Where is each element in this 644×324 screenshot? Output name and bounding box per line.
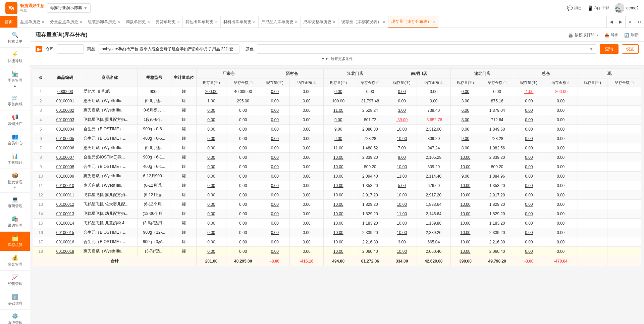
row-code[interactable]: 00100012 [48,200,82,209]
tab-11[interactable]: 现存量（库存分布表） ✕ [388,16,438,28]
ecommerce-icon: 💻 [12,196,18,202]
sidebar-item-system[interactable]: ⚙️ 系统管理 [0,310,30,324]
row-code[interactable]: 0000003 [48,87,82,96]
row-code[interactable]: 00100008 [48,162,82,172]
cell: 2,339.20 [353,153,387,162]
row-code[interactable]: 00100006 [48,143,82,153]
color-select[interactable]: ▼ [257,44,596,54]
purchase-icon: 🛍️ [12,216,18,222]
expand-row[interactable]: ▼▼ 展开更多条件 [36,55,639,63]
table-row: 10 00100009 惠氏启赋（Wyeth illu... 6-12月900.… [33,172,641,181]
cell: 10.00 [450,153,480,162]
tab-9[interactable]: 成本调整单历史 ✕ [301,16,338,28]
cell: 0.00 [544,96,578,106]
row-code[interactable]: 00100002 [48,106,82,115]
message-btn[interactable]: 💬 消息 [567,5,582,11]
tab-3[interactable]: 组装拆卸单历史 ✕ [85,16,123,28]
tab-6[interactable]: 其他出库单历史 ✕ [183,16,221,28]
col-gear[interactable]: ⚙ [33,69,48,87]
row-code[interactable]: 00100005 [48,134,82,143]
row-num: 14 [33,209,48,219]
tab-6-close[interactable]: ✕ [215,20,218,24]
cell: -3,652.76 [417,115,450,125]
tab-7[interactable]: 材料出库单历史 ✕ [221,16,259,28]
sidebar-item-ops[interactable]: 📈 经营管理 [0,271,30,290]
cell: 10.00 [450,247,480,256]
sidebar-item-finance[interactable]: 💰 资金管理 [0,251,30,271]
tab-prev-arrow[interactable]: ◀ [606,16,616,28]
row-code[interactable]: 00100004 [48,125,82,134]
cell: 0.00 [544,247,578,256]
row-code[interactable]: 00100010 [48,181,82,190]
tab-5[interactable]: 要货单历史 ✕ [153,16,183,28]
tab-4[interactable]: 调拨单历史 ✕ [123,16,153,28]
tab-2[interactable]: 分量盘点单历史 ✕ [47,16,85,28]
refresh-btn[interactable]: 🔄 刷新 [624,32,639,38]
user-area[interactable]: demo2 [615,3,639,13]
tab-10[interactable]: 现存量（库存状况表） ✕ [338,16,388,28]
sidebar-item-wholesale[interactable]: 📦 批发管理 ▼ [0,169,30,193]
row-code[interactable]: 00100007 [48,153,82,162]
tab-10-close[interactable]: ✕ [383,20,385,24]
warehouse-select[interactable]: ··· [57,44,84,54]
tab-1[interactable]: 盘点单历史 ✕ [17,16,47,28]
row-code[interactable]: 00100013 [48,209,82,219]
sidebar-item-basic[interactable]: ℹ️ 基础信息 [0,290,30,310]
print-btn[interactable]: 🖨️ 按模版打印 ▼ [568,32,599,38]
sidebar-item-member[interactable]: 👥 会员中心 [0,130,30,149]
export-btn[interactable]: 📤 导出 [604,32,619,38]
cell: 0.00 [226,162,260,172]
row-code[interactable]: 00100001 [48,96,82,106]
row-code[interactable]: 00100018 [48,247,82,256]
tab-11-close[interactable]: ✕ [433,20,435,24]
sidebar-item-retail[interactable]: 🏪 零售管理 ▲ [0,67,30,91]
row-code[interactable]: 00100009 [48,172,82,181]
row-code[interactable]: 00100016 [48,237,82,247]
sidebar-item-marketing[interactable]: 📢 营销推广 [0,110,30,130]
tab-9-close[interactable]: ✕ [333,20,335,24]
wholesale-icon: 📦 [12,172,18,179]
tab-3-label: 组装拆卸单历史 [88,19,116,25]
sidebar-item-search[interactable]: 🔍 搜索英单 [0,28,30,48]
row-code[interactable]: 00100014 [48,219,82,228]
sidebar-item-stat[interactable]: 📊 零售统计 [0,149,30,169]
summary-yubeiCurr: 390.00 [450,256,480,266]
tab-next-arrow[interactable]: ▶ [616,16,625,28]
cell: 0.00 [260,134,289,143]
tab-2-close[interactable]: ✕ [79,20,82,24]
tab-7-close[interactable]: ✕ [253,20,256,24]
orange-collapse-arrow[interactable]: ▶ [36,46,42,52]
tab-close-all[interactable]: ✕ [625,16,635,28]
setting-button[interactable]: 设置 [622,44,639,54]
tab-4-close[interactable]: ✕ [147,20,150,24]
tab-1-close[interactable]: ✕ [42,20,44,24]
row-code[interactable]: 00100011 [48,190,82,200]
cell: 0.00 [197,181,226,190]
query-button[interactable]: 查询 [600,44,619,54]
cell: 0.00 [226,228,260,237]
tab-3-close[interactable]: ✕ [117,20,120,24]
row-name: 飞鹤星飞帆 较大婴儿配... [82,200,137,209]
cell: 809.20 [480,162,514,172]
sidebar-item-inventory[interactable]: 🗂️ 库存核算 [0,232,30,251]
row-code[interactable]: 00100015 [48,228,82,237]
row-code[interactable]: 00100003 [48,115,82,125]
tab-expand[interactable]: ⊡ [635,16,644,28]
sidebar-item-ecommerce[interactable]: 💻 电商管理 [0,193,30,212]
row-name: 合生元（BIOSTIME）... [82,134,137,143]
tab-8-close[interactable]: ✕ [295,20,298,24]
sidebar-item-mall[interactable]: 🛒 零售商城 [0,91,30,110]
table-row: 16 00100015 合生元（BIOSTIME）... 900g（12-...… [33,228,641,237]
tab-8[interactable]: 产成品入库单历史 ✕ [259,16,301,28]
cell-extra1 [578,219,607,228]
cell: 0.00 [260,87,289,96]
sidebar-item-purchase[interactable]: 🛍️ 采购管理 [0,212,30,232]
app-download-btn[interactable]: 📱 App下载 [587,5,609,11]
logo-svg [7,4,15,12]
table-row: 1 0000003 爱他美 桌草3段 900g 罐 200.00 40,000.… [33,87,641,96]
tab-5-close[interactable]: ✕ [177,20,180,24]
logo-area: 畅捷通好生意 标版 母婴行业演示陈套 ▼ [5,2,91,14]
tab-home[interactable]: 首页 [0,16,17,28]
sidebar-item-nav[interactable]: ⚡ 快捷导航 [0,48,30,67]
product-input[interactable] [99,44,239,54]
